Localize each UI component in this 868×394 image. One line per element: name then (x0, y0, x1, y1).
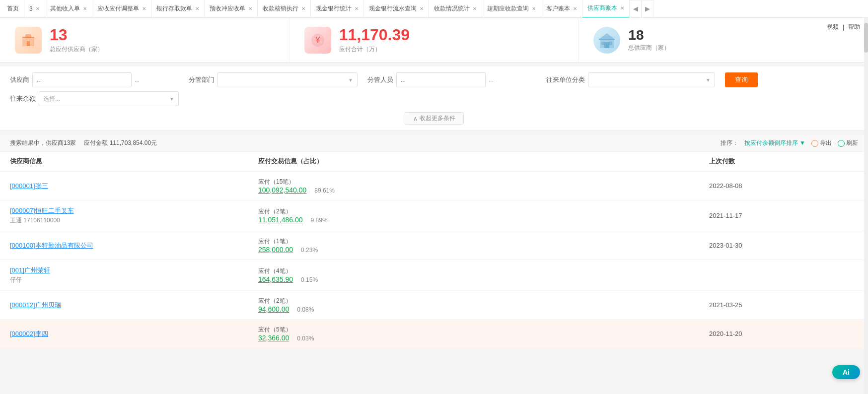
category-select[interactable]: ▼ (588, 72, 715, 87)
sort-select[interactable]: 按应付余额倒序排序 ▼ (744, 139, 805, 147)
nav-tab-supplier-book[interactable]: 供应商账本 ✕ (582, 0, 630, 18)
nav-tab-overdue[interactable]: 超期应收款查询 ✕ (482, 0, 541, 18)
nav-prev-button[interactable]: ◀ (630, 0, 642, 18)
nav-tab-adjust-label: 应收应付调整单 (97, 4, 139, 13)
nav-tab-customer-book[interactable]: 客户账本 ✕ (541, 0, 582, 18)
supplier-name-link[interactable]: [001]广州荣轩 (10, 266, 258, 275)
nav-next-button[interactable]: ▶ (642, 0, 653, 18)
query-button[interactable]: 查询 (725, 72, 758, 87)
tx-amount-link[interactable]: 100,092,540.00 (258, 186, 306, 194)
close-icon[interactable]: ✕ (620, 5, 624, 11)
nav-tab-other-income[interactable]: 其他收入单 ✕ (45, 0, 92, 18)
last-payment-col: 2021-03-25 (709, 297, 858, 313)
tx-percent: 0.15% (301, 276, 318, 283)
tx-amount-link[interactable]: 32,366.00 (258, 334, 289, 342)
tx-percent: 0.03% (297, 335, 314, 342)
table-row: [000012]广州贝瑞 应付（2笔） 94,600.00 0.08% 2021… (0, 291, 868, 320)
nav-tab-pre-receive[interactable]: 预收冲应收单 ✕ (205, 0, 258, 18)
supplier-name-link[interactable]: [000100]本特勤油品有限公司 (10, 241, 258, 250)
nav-tab-bank-deposit[interactable]: 银行存取款单 ✕ (151, 0, 205, 18)
close-icon[interactable]: ✕ (532, 6, 536, 11)
balance-select[interactable]: 选择... ▼ (39, 91, 179, 106)
nav-tab-cash-flow[interactable]: 现金银行流水查询 ✕ (364, 0, 429, 18)
filter-row-2: 往来余额 选择... ▼ (10, 91, 858, 106)
supplier-count-summary: 搜索结果中，供应商13家 (10, 139, 76, 147)
supplier-name-link[interactable]: [000002]李四 (10, 329, 258, 338)
close-icon[interactable]: ✕ (83, 6, 87, 11)
collapse-bar: ∧ 收起更多条件 (10, 110, 858, 126)
tx-amount-link[interactable]: 11,051,486.00 (258, 216, 303, 224)
tx-amount-link[interactable]: 164,635.90 (258, 275, 293, 283)
tx-percent: 9.89% (311, 217, 328, 224)
all-suppliers-number: 18 (628, 28, 670, 43)
nav-tab-adjust[interactable]: 应收应付调整单 ✕ (92, 0, 151, 18)
person-filter-label: 分管人员 (367, 75, 393, 84)
svg-rect-8 (604, 42, 609, 48)
nav-tab-bank-deposit-label: 银行存取款单 (156, 4, 192, 13)
last-payment-date: 2021-11-17 (709, 212, 742, 219)
all-suppliers-label: 总供应商（家） (628, 44, 670, 52)
refresh-icon (838, 140, 845, 147)
scrollbar-track[interactable] (864, 18, 868, 348)
table-row: [000100]本特勤油品有限公司 应付（1笔） 258,000.00 0.23… (0, 231, 868, 260)
balance-filter-label: 往来余额 (10, 94, 36, 103)
supplier-name-link[interactable]: [000007]恒旺二手叉车 (10, 206, 258, 215)
last-payment-date: 2021-03-25 (709, 301, 742, 309)
stat-payable-text: 11,170.39 应付合计（万） (339, 26, 410, 53)
dept-select[interactable]: ▼ (217, 72, 358, 87)
close-icon[interactable]: ✕ (36, 6, 40, 11)
close-icon[interactable]: ✕ (573, 6, 577, 11)
supplier-info-col: [000007]恒旺二手叉车 王通 17106110000 (10, 206, 258, 225)
supplier-input[interactable] (32, 72, 132, 87)
nav-tab-home-label: 首页 (7, 4, 19, 13)
scrollbar-thumb[interactable] (864, 23, 868, 53)
table-row: [001]广州荣轩 仔仔 应付（4笔） 164,635.90 0.15% (0, 260, 868, 291)
last-payment-col (709, 266, 858, 284)
close-icon[interactable]: ✕ (473, 6, 477, 11)
result-actions: 排序： 按应付余额倒序排序 ▼ 导出 刷新 (721, 139, 858, 147)
svg-rect-1 (25, 34, 31, 38)
help-link[interactable]: 帮助 (848, 23, 860, 31)
table-row: [000002]李四 应付（5笔） 32,366.00 0.03% 2020-1… (0, 320, 868, 348)
balance-placeholder: 选择... (43, 95, 60, 103)
tx-label: 应付（4笔） (258, 267, 709, 275)
tx-info: 258,000.00 0.23% (258, 246, 709, 254)
svg-rect-9 (601, 42, 605, 45)
person-input[interactable] (396, 72, 486, 87)
filter-row-1: 供应商 ... 分管部门 ▼ 分管人员 ... 往来单位分类 ▼ 查询 (10, 72, 858, 87)
last-payment-date: 2023-01-30 (709, 242, 742, 249)
nav-tab-home[interactable]: 首页 (2, 0, 24, 18)
export-button[interactable]: 导出 (811, 139, 832, 147)
close-icon[interactable]: ✕ (195, 6, 199, 11)
last-payment-date: 2020-11-20 (709, 330, 742, 337)
refresh-button[interactable]: 刷新 (838, 139, 858, 147)
nav-tab-customer-book-label: 客户账本 (546, 4, 570, 13)
nav-tab-other-income-label: 其他收入单 (50, 4, 80, 13)
tx-label: 应付（15笔） (258, 178, 709, 186)
divider: | (843, 24, 844, 31)
collapse-button[interactable]: ∧ 收起更多条件 (405, 112, 464, 125)
supplier-name-link[interactable]: [000012]广州贝瑞 (10, 301, 258, 310)
tx-amount-link[interactable]: 258,000.00 (258, 246, 293, 254)
nav-tab-cash-stat[interactable]: 现金银行统计 ✕ (311, 0, 364, 18)
table-header: 供应商信息 应付交易信息（占比） 上次付数 (0, 152, 868, 172)
money-icon: ¥ (304, 27, 331, 54)
close-icon[interactable]: ✕ (301, 6, 305, 11)
person-dots: ... (489, 76, 494, 83)
nav-tab-3[interactable]: 3 ✕ (24, 0, 45, 18)
supplier-name-link[interactable]: [000001]张三 (10, 182, 258, 191)
supplier-info-col: [001]广州荣轩 仔仔 (10, 266, 258, 284)
nav-tab-collection-exec[interactable]: 收款核销执行 ✕ (258, 0, 311, 18)
tx-amount-link[interactable]: 94,600.00 (258, 305, 289, 313)
last-payment-col: 2022-08-08 (709, 178, 858, 194)
video-link[interactable]: 视频 (827, 23, 839, 31)
stat-all-suppliers-text: 18 总供应商（家） (628, 28, 670, 53)
tx-info: 164,635.90 0.15% (258, 275, 709, 283)
supplier-info-col: [000001]张三 (10, 178, 258, 194)
close-icon[interactable]: ✕ (142, 6, 146, 11)
close-icon[interactable]: ✕ (248, 6, 252, 11)
close-icon[interactable]: ✕ (355, 6, 359, 11)
close-icon[interactable]: ✕ (420, 6, 424, 11)
nav-tab-collection-stat[interactable]: 收款情况统计 ✕ (429, 0, 482, 18)
last-payment-col: 2020-11-20 (709, 326, 858, 342)
